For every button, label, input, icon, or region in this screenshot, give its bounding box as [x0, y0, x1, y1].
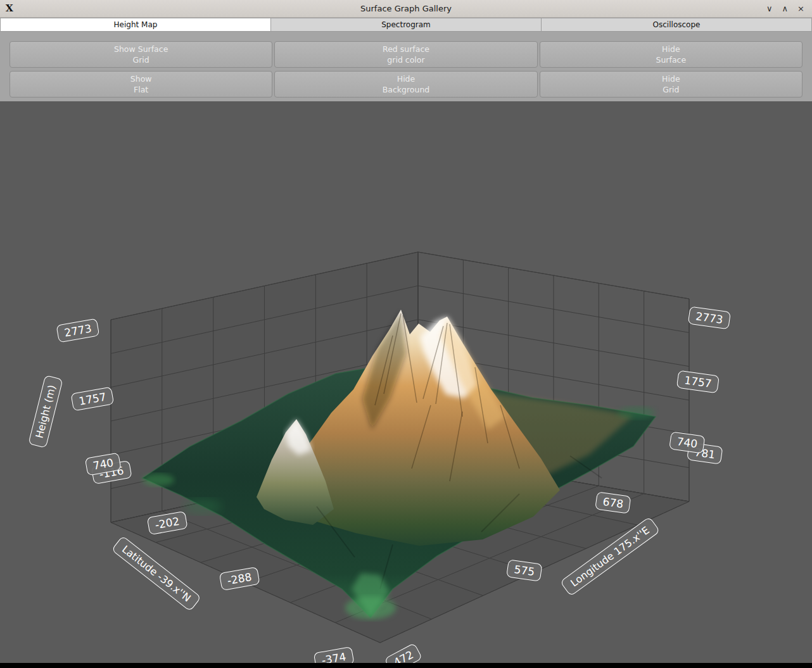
button-label-line: Hide	[662, 44, 680, 55]
button-label-line: Hide	[662, 73, 680, 85]
button-label-line: Grid	[663, 84, 679, 96]
button-label-line: Flat	[134, 84, 148, 96]
toolbar: Show Surface Grid Red surface grid color…	[0, 32, 812, 101]
show-surface-grid-button[interactable]: Show Surface Grid	[10, 41, 272, 68]
app-icon: X	[6, 4, 13, 13]
window-title: Surface Graph Gallery	[0, 4, 812, 13]
hide-background-button[interactable]: Hide Background	[274, 71, 537, 98]
tab-bar: Height Map Spectrogram Oscilloscope	[0, 18, 812, 32]
button-label-line: Grid	[133, 54, 149, 66]
window-titlebar[interactable]: X Surface Graph Gallery ∨ ∧ ×	[0, 0, 812, 18]
show-flat-button[interactable]: Show Flat	[10, 71, 272, 98]
surface-plot-canvas[interactable]: -116 -202 -288 -374 781 678 575 472 2773…	[0, 101, 812, 663]
hide-surface-button[interactable]: Hide Surface	[540, 41, 802, 68]
button-label-line: Hide	[397, 73, 416, 85]
tab-spectrogram[interactable]: Spectrogram	[271, 18, 542, 32]
red-surface-grid-color-button[interactable]: Red surface grid color	[274, 41, 537, 68]
bottom-window-edge	[0, 663, 812, 668]
close-window-button[interactable]: ×	[797, 4, 804, 13]
hide-grid-button[interactable]: Hide Grid	[540, 71, 802, 98]
button-label-line: Background	[383, 84, 430, 96]
tab-oscilloscope[interactable]: Oscilloscope	[542, 18, 812, 32]
button-label-line: Show Surface	[114, 44, 168, 55]
shade-window-button[interactable]: ∨	[766, 4, 773, 13]
button-label-line: grid color	[387, 54, 424, 66]
maximize-window-button[interactable]: ∧	[782, 4, 789, 13]
button-label-line: Show	[130, 73, 152, 85]
button-label-line: Surface	[656, 54, 687, 66]
tab-height-map[interactable]: Height Map	[0, 18, 271, 32]
button-label-line: Red surface	[383, 44, 429, 55]
